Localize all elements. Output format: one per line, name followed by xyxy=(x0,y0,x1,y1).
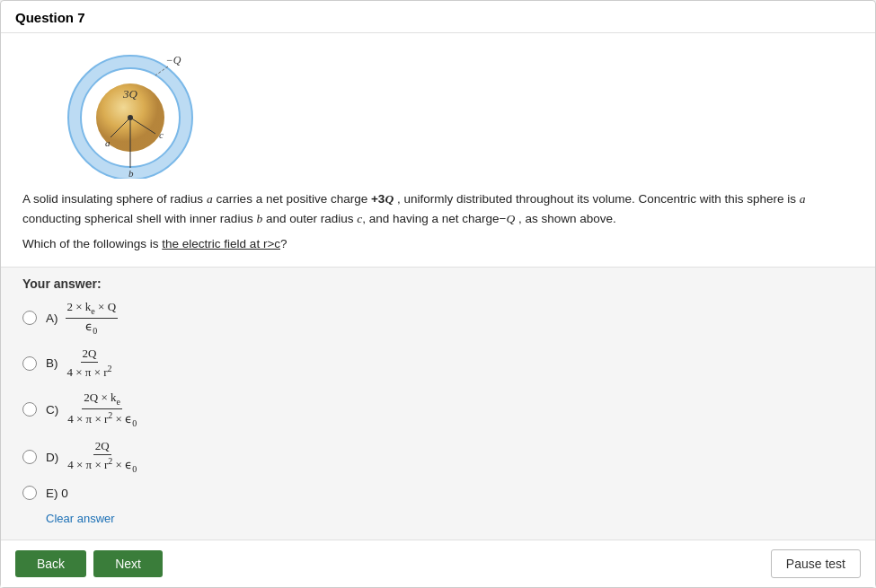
question-title: Question 7 xyxy=(15,10,85,25)
option-b-radio[interactable] xyxy=(22,356,37,371)
option-c-fraction: 2Q × ke 4 × π × r2 × ϵ0 xyxy=(66,391,138,429)
option-d-label: D) 2Q 4 × π × r2 × ϵ0 xyxy=(46,439,138,475)
answer-label: Your answer: xyxy=(22,276,854,291)
svg-text:3Q: 3Q xyxy=(122,87,138,101)
footer-left: Back Next xyxy=(15,550,163,577)
option-c-radio[interactable] xyxy=(22,402,37,417)
clear-answer-link[interactable]: Clear answer xyxy=(46,512,115,525)
svg-text:b: b xyxy=(128,168,134,179)
question-body: 3Q −Q a b c A solid insulating sphere of… xyxy=(1,33,875,267)
option-b-fraction: 2Q 4 × π × r2 xyxy=(66,347,114,380)
option-a-label: A) 2 × ke × Q ϵ0 xyxy=(46,300,118,336)
next-button[interactable]: Next xyxy=(93,550,163,577)
pause-button[interactable]: Pause test xyxy=(771,549,861,578)
svg-text:a: a xyxy=(105,137,111,148)
option-b-label: B) 2Q 4 × π × r2 xyxy=(46,347,114,380)
answer-section: Your answer: A) 2 × ke × Q ϵ0 B) 2Q 4 × … xyxy=(1,267,875,540)
option-a-fraction: 2 × ke × Q ϵ0 xyxy=(66,300,119,336)
question-header: Question 7 xyxy=(1,1,875,33)
option-e-row[interactable]: E) 0 xyxy=(22,486,854,500)
option-c-label: C) 2Q × ke 4 × π × r2 × ϵ0 xyxy=(46,391,138,429)
option-d-fraction: 2Q 4 × π × r2 × ϵ0 xyxy=(66,439,138,475)
question-text: A solid insulating sphere of radius a ca… xyxy=(22,189,854,228)
option-e-label: E) 0 xyxy=(46,487,72,500)
diagram-container: 3Q −Q a b c xyxy=(58,44,854,179)
physics-diagram: 3Q −Q a b c xyxy=(58,44,202,179)
svg-text:−Q: −Q xyxy=(166,54,181,66)
option-a-radio[interactable] xyxy=(22,311,37,325)
option-d-radio[interactable] xyxy=(22,450,37,464)
option-b-row[interactable]: B) 2Q 4 × π × r2 xyxy=(22,347,854,380)
option-c-row[interactable]: C) 2Q × ke 4 × π × r2 × ϵ0 xyxy=(22,391,854,429)
svg-text:c: c xyxy=(159,129,164,140)
option-e-radio[interactable] xyxy=(22,486,37,500)
footer: Back Next Pause test xyxy=(1,540,875,587)
main-window: Question 7 xyxy=(0,0,876,588)
option-d-row[interactable]: D) 2Q 4 × π × r2 × ϵ0 xyxy=(22,439,854,475)
option-a-row[interactable]: A) 2 × ke × Q ϵ0 xyxy=(22,300,854,336)
back-button[interactable]: Back xyxy=(15,550,86,577)
question-sub: Which of the followings is the electric … xyxy=(22,237,854,250)
